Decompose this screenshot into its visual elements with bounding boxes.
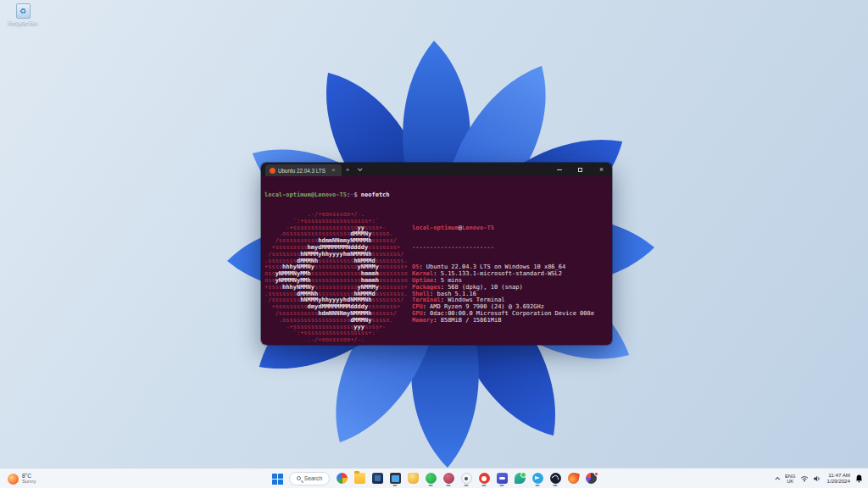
teal-check-app-icon[interactable] <box>514 471 526 486</box>
telegram-like-app-icon[interactable] <box>531 471 543 486</box>
neofetch-header: local-optimum@Lenovo-T5 <box>412 225 594 232</box>
wifi-icon[interactable] <box>800 475 809 482</box>
recycle-bin[interactable]: ♻ Recycle Bin <box>5 3 41 25</box>
language-indicator[interactable]: ENGUK <box>785 474 796 484</box>
neofetch-info-line: Memory: 858MiB / 15861MiB <box>412 318 594 324</box>
neofetch-ascii-art: .-/+oossssoo+/-. `:+ssssssssssssssssss+:… <box>264 212 407 345</box>
red-donut-app-icon <box>479 473 490 484</box>
monitor-app-icon[interactable] <box>389 471 401 486</box>
weather-condition: Sunny <box>22 479 36 484</box>
search-input[interactable]: Search <box>289 472 331 485</box>
indigo-pill-app-icon <box>497 473 508 484</box>
minimize-icon <box>557 169 562 170</box>
notification-bell-icon[interactable] <box>855 474 863 483</box>
start-button[interactable] <box>271 473 283 485</box>
orange-flame-app-icon <box>567 472 580 485</box>
dark-badged-app-icon[interactable] <box>585 471 597 486</box>
tab-close-icon[interactable]: × <box>331 167 336 174</box>
recycle-bin-label: Recycle Bin <box>5 19 41 25</box>
gold-trophy-app-icon <box>408 473 419 484</box>
maroon-circle-app-icon <box>443 473 454 484</box>
red-donut-app-icon[interactable] <box>478 471 490 486</box>
tab-dropdown-button[interactable] <box>353 163 365 176</box>
system-tray: ENGUK 11:47 AM 1/29/2024 <box>774 469 865 488</box>
orange-flame-app-icon[interactable] <box>567 471 579 486</box>
running-indicator <box>429 485 433 486</box>
terminal-tab[interactable]: Ubuntu 22.04.3 LTS × <box>265 164 342 176</box>
weather-temp: 8°C <box>22 474 36 480</box>
weather-widget[interactable]: 8°C Sunny <box>3 469 40 488</box>
search-icon <box>297 476 301 480</box>
gold-trophy-app-icon[interactable] <box>407 471 419 486</box>
neofetch-info: local-optimum@Lenovo-T5 ----------------… <box>412 212 594 345</box>
volume-icon[interactable] <box>814 475 821 482</box>
telegram-like-app-icon <box>532 473 543 484</box>
maroon-circle-app-icon[interactable] <box>442 471 454 486</box>
file-explorer-icon[interactable] <box>353 471 365 486</box>
maximize-icon <box>578 168 582 172</box>
new-tab-button[interactable]: + <box>342 163 353 176</box>
green-circle-app-icon <box>426 473 437 484</box>
green-circle-app-icon[interactable] <box>425 471 437 486</box>
running-indicator <box>536 485 540 486</box>
taskbar-center: Search <box>271 469 598 488</box>
running-indicator <box>393 485 398 486</box>
tray-chevron-icon[interactable] <box>775 477 780 482</box>
white-ring-app-icon[interactable] <box>460 471 472 486</box>
recycle-bin-icon: ♻ <box>16 3 31 19</box>
colorwheel-app-icon[interactable] <box>336 471 348 486</box>
art-line: .-/+oossssoo+/-. <box>264 337 407 344</box>
dark-swirl-app-icon[interactable] <box>549 471 561 486</box>
running-indicator <box>447 485 451 486</box>
white-ring-app-icon <box>461 473 472 484</box>
running-indicator <box>482 485 487 486</box>
terminal-window[interactable]: Ubuntu 22.04.3 LTS × + × local-optimum@L… <box>261 163 612 345</box>
dark-badged-app-icon <box>586 473 597 484</box>
file-explorer-icon <box>354 473 365 484</box>
terminal-titlebar[interactable]: Ubuntu 22.04.3 LTS × + × <box>261 163 612 176</box>
neofetch-separator: ----------------------- <box>412 245 594 252</box>
tray-date: 1/29/2024 <box>826 479 850 485</box>
terminal-body[interactable]: local-optimum@Lenovo-T5:~$ neofetch .-/+… <box>261 176 612 345</box>
navy-app-icon[interactable] <box>371 471 383 486</box>
chevron-down-icon <box>358 166 363 171</box>
taskbar: 8°C Sunny Search ENGUK 11:47 AM 1/29/202… <box>0 468 868 488</box>
minimize-button[interactable] <box>548 163 570 176</box>
dark-swirl-app-icon <box>550 473 561 484</box>
tab-title: Ubuntu 22.04.3 LTS <box>278 168 326 174</box>
teal-check-app-icon <box>515 473 526 484</box>
monitor-app-icon <box>390 473 401 484</box>
colorwheel-app-icon <box>337 473 348 484</box>
close-button[interactable]: × <box>591 163 612 176</box>
indigo-pill-app-icon[interactable] <box>496 471 508 486</box>
sun-icon <box>8 474 19 485</box>
ubuntu-icon <box>270 168 275 174</box>
notification-badge <box>594 472 598 476</box>
running-indicator <box>465 485 469 486</box>
running-indicator <box>500 485 504 486</box>
running-indicator <box>554 485 558 486</box>
prompt-line-top: local-optimum@Lenovo-T5:~$ neofetch <box>264 192 609 199</box>
color-palette <box>412 343 594 345</box>
navy-app-icon <box>372 473 383 484</box>
clock[interactable]: 11:47 AM 1/29/2024 <box>826 473 850 485</box>
maximize-button[interactable] <box>570 163 591 176</box>
